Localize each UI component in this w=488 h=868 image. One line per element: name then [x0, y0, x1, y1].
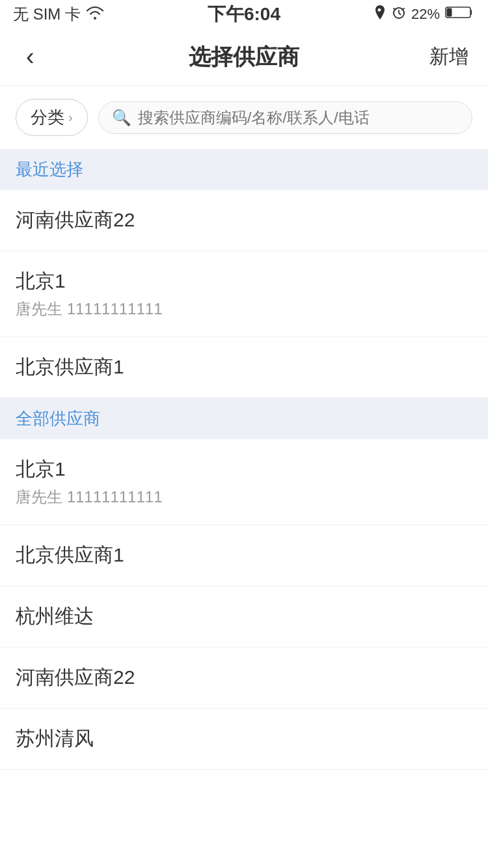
item-sub: 唐先生 11111111111 [16, 299, 472, 319]
item-name: 杭州维达 [16, 603, 472, 630]
search-icon: 🔍 [112, 109, 131, 127]
wifi-icon [86, 5, 104, 23]
page-title: 选择供应商 [189, 42, 299, 72]
status-left: 无 SIM 卡 [13, 4, 104, 25]
all-section-header: 全部供应商 [0, 398, 488, 439]
item-name: 北京供应商1 [16, 354, 472, 381]
new-action-button[interactable]: 新增 [429, 44, 468, 70]
status-right: 22% [373, 5, 475, 24]
item-name: 北京供应商1 [16, 542, 472, 569]
list-item[interactable]: 河南供应商22 [0, 647, 488, 709]
location-icon [373, 5, 386, 24]
recent-section-header: 最近选择 [0, 149, 488, 190]
chevron-right-icon: › [68, 110, 73, 125]
list-item[interactable]: 北京供应商1 [0, 337, 488, 398]
battery-label: 22% [411, 6, 440, 23]
svg-rect-2 [447, 8, 452, 17]
list-item[interactable]: 北京供应商1 [0, 525, 488, 586]
item-name: 北京1 [16, 268, 472, 295]
search-box[interactable]: 🔍 [98, 102, 472, 134]
category-button[interactable]: 分类 › [16, 99, 88, 136]
filter-bar: 分类 › 🔍 [0, 86, 488, 149]
category-label: 分类 [31, 106, 64, 129]
list-item[interactable]: 北京1 唐先生 11111111111 [0, 439, 488, 525]
list-item[interactable]: 苏州清风 [0, 709, 488, 770]
alarm-icon [392, 5, 406, 23]
item-name: 北京1 [16, 456, 472, 483]
nav-bar: ‹ 选择供应商 新增 [0, 29, 488, 86]
battery-icon [445, 5, 475, 23]
list-item[interactable]: 河南供应商22 [0, 190, 488, 251]
item-name: 河南供应商22 [16, 664, 472, 691]
list-item[interactable]: 北京1 唐先生 11111111111 [0, 251, 488, 337]
status-time: 下午6:04 [208, 2, 280, 27]
item-sub: 唐先生 11111111111 [16, 487, 472, 508]
search-input[interactable] [138, 109, 459, 127]
carrier-label: 无 SIM 卡 [13, 4, 81, 25]
item-name: 河南供应商22 [16, 207, 472, 234]
status-bar: 无 SIM 卡 下午6:04 22% [0, 0, 488, 29]
list-item[interactable]: 杭州维达 [0, 586, 488, 647]
item-name: 苏州清风 [16, 726, 472, 752]
back-button[interactable]: ‹ [20, 36, 41, 77]
all-list: 北京1 唐先生 11111111111北京供应商1 杭州维达 河南供应商22 苏… [0, 439, 488, 770]
recent-list: 河南供应商22 北京1 唐先生 11111111111北京供应商1 [0, 190, 488, 398]
